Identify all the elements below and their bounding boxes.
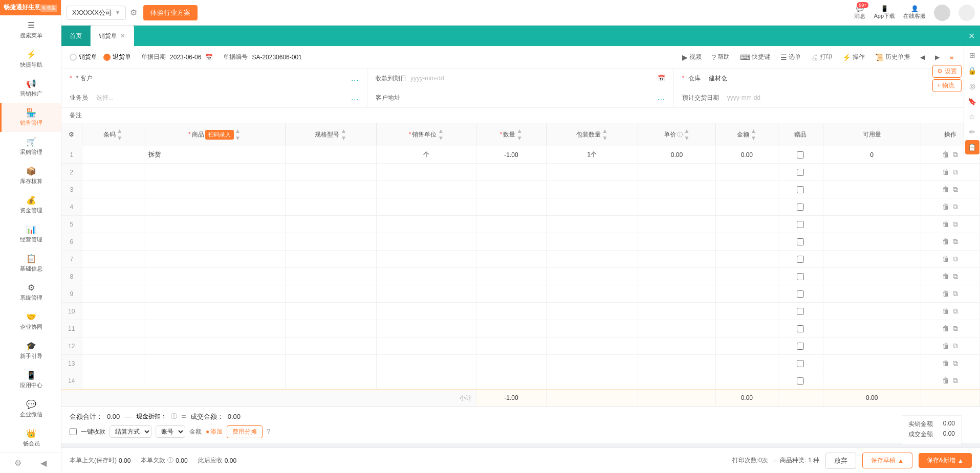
cell-unit-price[interactable] [638, 285, 715, 303]
cell-amount[interactable] [716, 372, 778, 390]
right-panel-icon-2[interactable]: 🔒 [965, 63, 979, 78]
message-button[interactable]: 💬 99+ 消息 [854, 5, 865, 20]
cell-amount[interactable] [716, 198, 778, 216]
cell-pack-qty[interactable] [547, 337, 638, 355]
sidebar-item-inventory[interactable]: 📦 库存核算 [0, 161, 61, 190]
cell-amount[interactable] [716, 303, 778, 320]
receipt-date-calendar-icon[interactable]: 📅 [658, 75, 665, 82]
delete-row-button[interactable]: 🗑 [941, 306, 950, 316]
cell-product[interactable] [144, 268, 285, 285]
cell-amount[interactable] [716, 268, 778, 285]
copy-row-button[interactable]: ⧉ [952, 358, 959, 369]
user-avatar-2[interactable] [959, 5, 975, 21]
sidebar-item-basic[interactable]: 📋 基础信息 [0, 249, 61, 278]
cell-pack-qty[interactable] [547, 181, 638, 198]
cell-amount[interactable] [716, 164, 778, 181]
save-new-button[interactable]: 保存&新增 ▲ [919, 453, 972, 468]
cell-product[interactable] [144, 251, 285, 268]
cell-spec[interactable] [285, 146, 377, 164]
cell-unit[interactable] [377, 164, 476, 181]
cell-barcode[interactable] [82, 216, 144, 233]
cell-unit[interactable] [377, 337, 476, 355]
sidebar-item-sales[interactable]: 🏪 销售管理 [0, 103, 61, 132]
cell-gift[interactable] [778, 285, 823, 303]
sidebar-item-finance[interactable]: 💰 资金管理 [0, 190, 61, 219]
total-owe-info-icon[interactable]: ⓘ [167, 456, 173, 465]
expense-help-icon[interactable]: ? [267, 428, 270, 435]
right-panel-icon-1[interactable]: ⊞ [965, 48, 979, 62]
product-type-radio-icon[interactable]: ○ [774, 457, 778, 464]
right-panel-icon-7[interactable]: 📋 [965, 140, 979, 154]
copy-row-button[interactable]: ⧉ [952, 149, 959, 160]
cell-spec[interactable] [285, 320, 377, 337]
cell-qty[interactable] [476, 216, 546, 233]
cell-product[interactable] [144, 303, 285, 320]
sidebar-item-wechat[interactable]: 💬 企业微信 [0, 394, 61, 423]
cell-barcode[interactable] [82, 251, 144, 268]
cell-spec[interactable] [285, 337, 377, 355]
cell-unit[interactable] [377, 251, 476, 268]
cell-amount[interactable] [716, 216, 778, 233]
cell-gift[interactable] [778, 320, 823, 337]
gift-checkbox[interactable] [797, 151, 804, 159]
cell-qty[interactable] [476, 320, 546, 337]
account-number-select[interactable]: 账号 [156, 425, 185, 438]
cell-gift[interactable] [778, 146, 823, 164]
cell-product[interactable] [144, 216, 285, 233]
cell-amount[interactable]: 0.00 [716, 146, 778, 164]
trial-button[interactable]: 体验行业方案 [143, 5, 198, 20]
sidebar-item-system[interactable]: ⚙ 系统管理 [0, 278, 61, 307]
gift-checkbox[interactable] [797, 377, 804, 385]
gift-checkbox[interactable] [797, 273, 804, 280]
sidebar-item-quick-nav[interactable]: ⚡ 快捷导航 [0, 44, 61, 74]
cell-pack-qty[interactable] [547, 372, 638, 390]
online-service-button[interactable]: 👤 在线客服 [903, 5, 926, 20]
cell-pack-qty[interactable]: 1个 [547, 146, 638, 164]
tab-home[interactable]: 首页 [61, 26, 91, 46]
cell-unit-price[interactable] [638, 251, 715, 268]
copy-row-button[interactable]: ⧉ [952, 271, 959, 282]
cell-product[interactable]: 拆货 [144, 146, 285, 164]
toolbar-select[interactable]: ☰ 选单 [777, 51, 804, 63]
copy-row-button[interactable]: ⧉ [952, 306, 959, 317]
cell-qty[interactable] [476, 198, 546, 216]
cell-qty[interactable] [476, 164, 546, 181]
company-selector[interactable]: XXXXXX公司 ▼ [67, 6, 126, 20]
cell-barcode[interactable] [82, 337, 144, 355]
cell-amount[interactable] [716, 251, 778, 268]
cell-barcode[interactable] [82, 285, 144, 303]
delete-row-button[interactable]: 🗑 [941, 288, 950, 299]
copy-row-button[interactable]: ⧉ [952, 219, 959, 230]
cell-barcode[interactable] [82, 303, 144, 320]
salesperson-input[interactable] [96, 94, 346, 101]
cell-pack-qty[interactable] [547, 233, 638, 251]
cell-barcode[interactable] [82, 146, 144, 164]
cell-unit[interactable] [377, 198, 476, 216]
cell-unit-price[interactable] [638, 320, 715, 337]
toolbar-list-view[interactable]: ≡ [947, 52, 956, 62]
sidebar-item-guide[interactable]: 🎓 新手引导 [0, 336, 61, 365]
date-calendar-icon[interactable]: 📅 [205, 54, 213, 61]
toolbar-operate[interactable]: ⚡ 操作 [839, 51, 868, 63]
add-payment-button[interactable]: ● 添加 [206, 427, 223, 436]
user-avatar[interactable] [934, 5, 950, 21]
cell-unit[interactable] [377, 303, 476, 320]
cell-unit[interactable] [377, 233, 476, 251]
receipt-date-input[interactable] [410, 75, 653, 82]
right-panel-icon-5[interactable]: ☆ [965, 109, 979, 124]
sidebar-item-search[interactable]: ☰ 搜索菜单 [0, 15, 61, 44]
cell-unit-price[interactable] [638, 198, 715, 216]
radio-sales-order[interactable]: 销货单 [70, 53, 97, 61]
cell-spec[interactable] [285, 164, 377, 181]
sidebar-item-marketing[interactable]: 📢 营销推广 [0, 74, 61, 103]
cell-spec[interactable] [285, 303, 377, 320]
cell-qty[interactable] [476, 372, 546, 390]
copy-row-button[interactable]: ⧉ [952, 341, 959, 351]
right-panel-icon-4[interactable]: 🔖 [965, 94, 979, 108]
cell-unit-price[interactable] [638, 181, 715, 198]
copy-row-button[interactable]: ⧉ [952, 254, 959, 264]
cell-pack-qty[interactable] [547, 198, 638, 216]
copy-row-button[interactable]: ⧉ [952, 201, 959, 212]
cell-unit[interactable] [377, 320, 476, 337]
cell-unit[interactable] [377, 268, 476, 285]
